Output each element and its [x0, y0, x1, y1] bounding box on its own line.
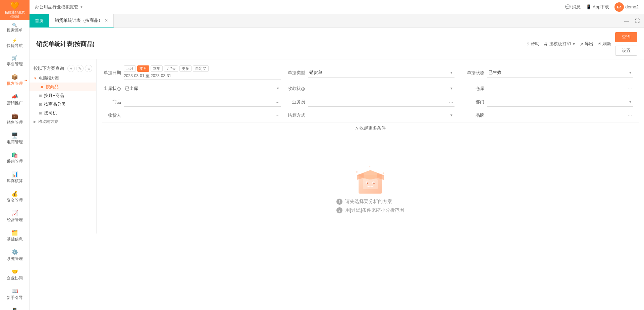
app-download-btn[interactable]: 📱 App下载 [586, 4, 609, 10]
collapse-panel-btn[interactable]: « [85, 65, 92, 72]
brand-dots[interactable]: ··· [628, 113, 632, 118]
filter-settlement-cell: 结算方式 ▼ [281, 109, 460, 122]
marketing-icon: 📣 [11, 93, 18, 100]
retail-icon: 🛒 [11, 54, 18, 61]
tree-group-pc[interactable]: ▼ 电脑端方案 [30, 74, 96, 83]
filter-outstock-cell: 出库状态 已出库 ▼ [102, 82, 281, 95]
search-menu[interactable]: 🔍 搜索菜单 [0, 20, 29, 36]
export-icon: ↗ [580, 42, 583, 47]
doc-status-dropdown-icon: ▼ [629, 71, 632, 74]
sidebar-item-retail[interactable]: 🛒 零售管理 [0, 51, 29, 70]
settings-button[interactable]: 设置 [615, 46, 637, 56]
export-btn[interactable]: ↗ 导出 [580, 41, 593, 47]
filter-area: 单据日期 上月 本月 本年 近7天 更多 自定义 20 [97, 59, 644, 138]
doc-status-select[interactable]: 已生效 ▼ [487, 68, 633, 78]
brand-input[interactable]: ··· [487, 111, 633, 120]
date-buttons: 上月 本月 本年 近7天 更多 自定义 [124, 65, 281, 72]
brand-label: 品牌 [465, 112, 487, 118]
salesperson-input[interactable]: ··· [308, 97, 454, 107]
sidebar-item-system[interactable]: ⚙️ 系统管理 [0, 246, 29, 265]
sidebar-item-guide[interactable]: 📖 新手引导 [0, 285, 29, 304]
tree-expand-pc-icon: ▼ [34, 76, 37, 80]
filter-department-cell: 部门 ▼ [460, 95, 639, 109]
top-header: 办公用品行业模拟账套 ▼ 💬 消息 📱 App下载 Ea demo2 [30, 0, 644, 14]
empty-tip-2: 2 用[过滤]条件来缩小分析范围 [336, 207, 404, 213]
tree-group-mobile[interactable]: ▶ 移动端方案 [30, 117, 96, 126]
tree-item-by-month-goods[interactable]: ⊞ 按月+商品 [30, 91, 96, 100]
sidebar-item-inventory[interactable]: 📊 库存核算 [0, 168, 29, 187]
tab-expand-btn[interactable]: ⛶ [633, 17, 641, 25]
recipient-label: 收货人 [102, 112, 124, 118]
salesperson-dots[interactable]: ··· [449, 99, 453, 105]
filter-row-4: 收货人 ··· 结算方式 ▼ [102, 109, 639, 122]
sidebar-item-collab[interactable]: 🤝 企业协同 [0, 265, 29, 285]
date-btn-last-month[interactable]: 上月 [124, 65, 136, 72]
date-btn-more[interactable]: 更多 [179, 65, 192, 72]
department-select[interactable]: ▼ [487, 97, 633, 107]
quick-nav[interactable]: ⚡ 快捷导航 [0, 36, 29, 51]
date-btn-custom[interactable]: 自定义 [193, 65, 209, 72]
right-section: 单据日期 上月 本月 本年 近7天 更多 自定义 20 [97, 59, 644, 234]
collapse-filters-btn[interactable]: ∧ 收起更多条件 [102, 122, 639, 134]
phone-icon: 📱 [586, 4, 591, 9]
filter-warehouse-cell: 仓库 ··· [460, 82, 639, 95]
tab-report[interactable]: 销货单统计表（按商品） ✕ [49, 14, 114, 28]
print-btn[interactable]: 🖨 按模板打印 ▼ [543, 41, 576, 47]
tab-minimize-btn[interactable]: — [623, 17, 631, 25]
page-actions: ? 帮助 🖨 按模板打印 ▼ ↗ 导出 ↺ 刷新 查询 [527, 32, 637, 56]
sidebar-item-purchase[interactable]: 🛍️ 采购管理 [0, 148, 29, 168]
app-selector-chevron-icon: ▼ [80, 5, 83, 9]
sidebar-item-appcenter[interactable]: 📱 应用中心 [0, 304, 29, 310]
tree-item-by-driver[interactable]: ⊞ 按司机 [30, 109, 96, 117]
tree-item-by-category[interactable]: ⊞ 按商品分类 [30, 100, 96, 109]
goods-input[interactable]: ··· [124, 97, 281, 107]
add-scheme-btn[interactable]: + [67, 65, 75, 72]
sidebar: 🧡 畅捷通好生意 标账版 🔍 搜索菜单 ⚡ 快捷导航 🛒 零售管理 📦 批发管理… [0, 0, 30, 310]
sidebar-item-marketing[interactable]: 📣 营销推广 [0, 90, 29, 109]
date-btn-7days[interactable]: 近7天 [164, 65, 178, 72]
collection-select[interactable]: ▼ [308, 84, 454, 93]
date-btn-this-year[interactable]: 本年 [151, 65, 163, 72]
doc-type-label: 单据类型 [286, 70, 308, 76]
goods-dots[interactable]: ··· [276, 99, 280, 105]
warehouse-input[interactable]: ··· [487, 84, 633, 93]
doc-status-label: 单据状态 [465, 70, 487, 76]
department-label: 部门 [465, 99, 487, 105]
date-label: 单据日期 [102, 70, 124, 76]
refresh-btn[interactable]: ↺ 刷新 [597, 41, 611, 47]
tab-home[interactable]: 首页 [30, 14, 49, 28]
appcenter-icon: 📱 [11, 307, 18, 310]
empty-state: ✦ ✦ ✦ 1 请先选择要分析的方案 2 用[过滤]条件来缩小分析范围 [97, 138, 644, 234]
help-btn[interactable]: ? 帮助 [527, 41, 539, 47]
date-range-display: 2023-03-01 至 2023-03-31 [124, 72, 281, 80]
warehouse-dots[interactable]: ··· [628, 86, 632, 91]
sidebar-item-basic[interactable]: 🗂️ 基础信息 [0, 226, 29, 246]
settlement-select[interactable]: ▼ [308, 111, 454, 120]
guide-icon: 📖 [11, 288, 18, 294]
help-icon: ? [527, 42, 529, 47]
edit-scheme-btn[interactable]: ✎ [76, 65, 84, 72]
filter-goods-cell: 商品 ··· [102, 95, 281, 109]
basic-icon: 🗂️ [11, 229, 18, 236]
outstock-select[interactable]: 已出库 ▼ [124, 84, 281, 93]
sidebar-item-operation[interactable]: 📈 经营管理 [0, 207, 29, 226]
sidebar-item-wholesale[interactable]: 📦 批发管理 ▲ [0, 70, 29, 90]
svg-text:✦: ✦ [382, 171, 385, 175]
query-button[interactable]: 查询 [615, 32, 637, 42]
tree-item-by-goods[interactable]: ● 按商品 [30, 83, 96, 91]
avatar: Ea [614, 2, 624, 12]
sidebar-item-ecommerce[interactable]: 🖥️ 电商管理 [0, 129, 29, 148]
sidebar-item-finance[interactable]: 💰 资金管理 [0, 187, 29, 207]
date-btn-this-month[interactable]: 本月 [137, 65, 149, 72]
recipient-input[interactable]: ··· [124, 111, 281, 120]
recipient-dots[interactable]: ··· [276, 113, 280, 118]
grid-icon-2: ⊞ [39, 102, 42, 107]
app-selector[interactable]: 办公用品行业模拟账套 ▼ [35, 4, 83, 10]
print-icon: 🖨 [543, 42, 548, 47]
sidebar-item-sales[interactable]: 💼 销售管理 [0, 109, 29, 129]
app-logo[interactable]: 🧡 畅捷通好生意 标账版 [0, 0, 30, 20]
user-menu[interactable]: Ea demo2 [614, 2, 639, 12]
tab-close-icon[interactable]: ✕ [105, 18, 108, 23]
doc-type-select[interactable]: 销货单 ▼ [308, 68, 454, 78]
message-btn[interactable]: 💬 消息 [565, 4, 581, 10]
